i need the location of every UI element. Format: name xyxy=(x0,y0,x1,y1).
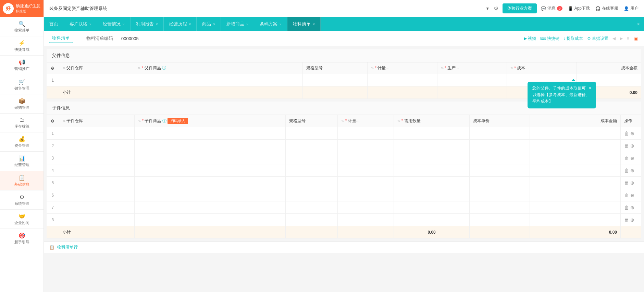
sidebar-item-purchase[interactable]: 📦 采购管理 xyxy=(0,94,44,114)
dropdown-arrow[interactable]: ▼ xyxy=(485,6,490,11)
sidebar-item-cooperation[interactable]: 🤝 企业协同 xyxy=(0,210,44,229)
parent-cell-production[interactable] xyxy=(437,74,507,86)
child-cell-cost-amount-8[interactable] xyxy=(530,214,621,226)
child-cell-warehouse-5[interactable] xyxy=(59,177,135,189)
copy-icon-6[interactable]: ⊕ xyxy=(630,192,634,198)
sub-nav-bom-list[interactable]: 物料清单 xyxy=(49,34,73,43)
child-cell-quantity-6[interactable] xyxy=(338,189,394,201)
child-cell-needed-2[interactable] xyxy=(394,140,470,152)
child-cell-product-6[interactable] xyxy=(135,189,286,201)
tab-operation-history[interactable]: 经营历程 × xyxy=(164,17,197,31)
child-cell-needed-7[interactable] xyxy=(394,201,470,214)
child-cell-needed-3[interactable] xyxy=(394,152,470,164)
child-cell-quantity-3[interactable] xyxy=(338,152,394,164)
child-cell-spec-1[interactable] xyxy=(286,127,338,140)
child-cell-spec-4[interactable] xyxy=(286,164,338,177)
child-cell-cost-unit-6[interactable] xyxy=(469,189,530,201)
child-cell-product-2[interactable] xyxy=(135,140,286,152)
tab-bom-close[interactable]: × xyxy=(313,22,315,26)
online-service-action[interactable]: 🎧 在线客服 xyxy=(595,5,618,11)
child-cell-cost-unit-7[interactable] xyxy=(469,201,530,214)
parent-th-production-sort[interactable]: ⇅ xyxy=(441,66,444,70)
nav-list[interactable]: ≡ xyxy=(627,36,629,41)
bottom-bar[interactable]: 📋 物料清单行 xyxy=(44,241,644,253)
sub-nav-bom-code-label[interactable]: 物料清单编码 xyxy=(84,34,116,43)
child-th-quantity-sort[interactable]: ⇅ xyxy=(341,119,344,123)
sidebar-item-sales[interactable]: 🛒 销售管理 xyxy=(0,75,44,94)
tab-customer[interactable]: 客户联络 × xyxy=(64,17,97,31)
copy-icon-3[interactable]: ⊕ xyxy=(630,155,634,161)
child-cell-spec-3[interactable] xyxy=(286,152,338,164)
child-cell-quantity-8[interactable] xyxy=(338,214,394,226)
child-cell-quantity-4[interactable] xyxy=(338,164,394,177)
child-th-warehouse-sort[interactable]: ⇅ xyxy=(63,119,65,123)
child-cell-cost-unit-1[interactable] xyxy=(469,127,530,140)
child-cell-warehouse-1[interactable] xyxy=(59,127,135,140)
child-cell-product-3[interactable] xyxy=(135,152,286,164)
trial-btn[interactable]: 体验行业方案 xyxy=(503,3,537,13)
child-cell-needed-6[interactable] xyxy=(394,189,470,201)
parent-th-warehouse-sort[interactable]: ⇅ xyxy=(63,66,65,70)
child-cell-quantity-2[interactable] xyxy=(338,140,394,152)
child-cell-cost-unit-8[interactable] xyxy=(469,214,530,226)
child-cell-cost-amount-5[interactable] xyxy=(530,177,621,189)
app-download-action[interactable]: 📱 App下载 xyxy=(568,5,590,11)
sidebar-item-marketing[interactable]: 📢 营销推广 xyxy=(0,56,44,75)
settings-icon[interactable]: ⚙ xyxy=(494,5,498,12)
nav-prev[interactable]: ◀ xyxy=(612,36,616,41)
sidebar-item-system[interactable]: ⚙ 系统管理 xyxy=(0,190,44,210)
delete-icon-1[interactable]: 🗑 xyxy=(624,131,629,136)
tab-operation-history-close[interactable]: × xyxy=(189,22,191,26)
tab-barcode-close[interactable]: × xyxy=(280,22,282,26)
child-cell-warehouse-2[interactable] xyxy=(59,140,135,152)
sidebar-item-quick-nav[interactable]: ⚡ 快捷导航 xyxy=(0,36,44,56)
child-cell-quantity-7[interactable] xyxy=(338,201,394,214)
copy-icon-5[interactable]: ⊕ xyxy=(630,180,634,186)
child-cell-cost-unit-5[interactable] xyxy=(469,177,530,189)
child-th-settings[interactable]: ⚙ xyxy=(47,115,59,127)
tab-customer-close[interactable]: × xyxy=(89,22,91,26)
delete-icon-3[interactable]: 🗑 xyxy=(624,155,629,161)
child-cell-warehouse-3[interactable] xyxy=(59,152,135,164)
sidebar-item-search[interactable]: 🔍 搜索菜单 xyxy=(0,17,44,36)
delete-icon-5[interactable]: 🗑 xyxy=(624,180,629,186)
tooltip-close[interactable]: × xyxy=(589,85,591,92)
parent-cell-quantity[interactable] xyxy=(368,74,437,86)
copy-icon-8[interactable]: ⊕ xyxy=(630,217,634,223)
tab-home[interactable]: 首页 xyxy=(44,17,64,31)
tab-new-product[interactable]: 新增商品 × xyxy=(221,17,254,31)
child-cell-quantity-5[interactable] xyxy=(338,177,394,189)
tab-barcode[interactable]: 条码方案 × xyxy=(254,17,287,31)
child-th-product-sort[interactable]: ⇅ xyxy=(138,119,141,123)
parent-th-product-sort[interactable]: ⇅ xyxy=(138,66,140,70)
sidebar-item-finance[interactable]: 💰 资金管理 xyxy=(0,132,44,152)
child-cell-needed-5[interactable] xyxy=(394,177,470,189)
video-action[interactable]: ▶ 视频 xyxy=(524,36,536,42)
parent-cell-warehouse[interactable] xyxy=(59,74,134,86)
child-cell-cost-unit-4[interactable] xyxy=(469,164,530,177)
parent-cell-product[interactable] xyxy=(134,74,303,86)
child-cell-needed-8[interactable] xyxy=(394,214,470,226)
child-cell-spec-6[interactable] xyxy=(286,189,338,201)
parent-th-quantity-sort[interactable]: ⇅ xyxy=(371,66,374,70)
child-cell-product-7[interactable] xyxy=(135,201,286,214)
copy-icon-7[interactable]: ⊕ xyxy=(630,205,634,210)
child-cell-spec-8[interactable] xyxy=(286,214,338,226)
child-cell-needed-1[interactable] xyxy=(394,127,470,140)
child-cell-warehouse-7[interactable] xyxy=(59,201,135,214)
child-cell-cost-unit-3[interactable] xyxy=(469,152,530,164)
child-cell-cost-amount-7[interactable] xyxy=(530,201,621,214)
tab-profit-report[interactable]: 利润报告 × xyxy=(131,17,164,31)
single-settings-action[interactable]: ⚙ 单据设置 xyxy=(587,36,608,42)
delete-icon-2[interactable]: 🗑 xyxy=(624,143,629,149)
tab-bom[interactable]: 物料清单 × xyxy=(287,17,321,31)
tab-operation-status[interactable]: 经营情况 × xyxy=(97,17,131,31)
child-cell-spec-2[interactable] xyxy=(286,140,338,152)
child-th-needed-sort[interactable]: ⇅ xyxy=(397,119,400,123)
child-cell-product-4[interactable] xyxy=(135,164,286,177)
delete-icon-4[interactable]: 🗑 xyxy=(624,168,629,173)
nav-add[interactable]: ▣ xyxy=(633,35,639,42)
copy-icon-2[interactable]: ⊕ xyxy=(630,143,634,149)
child-cell-warehouse-8[interactable] xyxy=(59,214,135,226)
copy-icon-4[interactable]: ⊕ xyxy=(630,168,634,173)
